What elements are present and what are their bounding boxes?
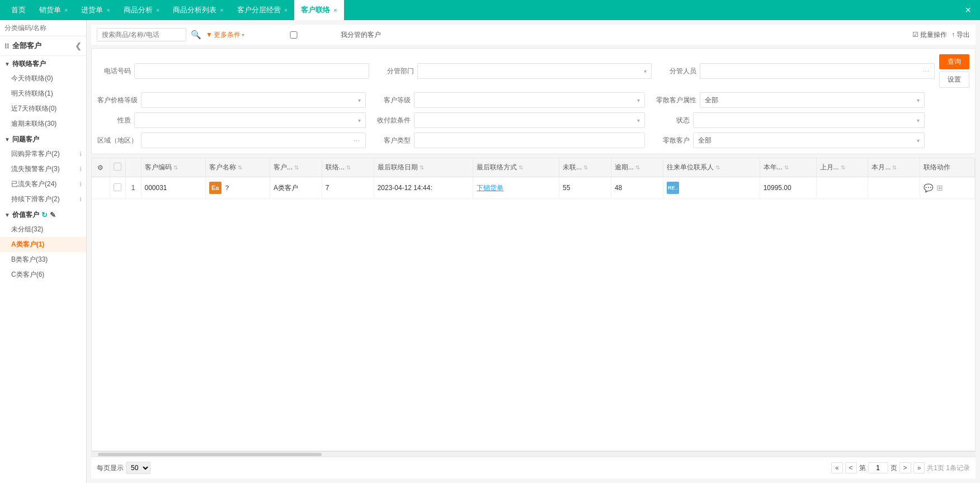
sidebar-collapse-btn[interactable]: ❮ (75, 41, 82, 50)
col-unit-contact[interactable]: 往来单位联系人 ⇅ (663, 158, 760, 177)
nav-customer-contact-label: 客户联络 (301, 5, 330, 15)
row-last-method-value[interactable]: 下销货单 (477, 184, 503, 192)
col-overdue[interactable]: 逾期... ⇅ (611, 158, 663, 177)
sort-icon-type: ⇅ (294, 164, 299, 171)
col-action: 联络动作 (920, 158, 975, 177)
sidebar-item-overdue[interactable]: 逾期未联络(30) (0, 116, 86, 131)
nature-select[interactable]: ▾ (134, 112, 366, 128)
sidebar-item-7days[interactable]: 近7天待联络(0) (0, 101, 86, 116)
more-conditions-btn[interactable]: ▼ 更多条件 ▾ (206, 30, 244, 40)
sidebar-search-input[interactable] (4, 24, 87, 32)
status-select[interactable]: ▾ (693, 112, 925, 128)
my-customers-checkbox[interactable] (249, 31, 338, 39)
prev-page-btn[interactable]: < (845, 462, 857, 473)
close-all-tabs[interactable]: × (960, 4, 976, 16)
filter-cell-dept: 分管部门 ▾ (380, 63, 652, 79)
sidebar-item-declining[interactable]: 持续下滑客户(2) ℹ (0, 192, 86, 207)
chat-icon[interactable]: 💬 (924, 183, 933, 192)
nav-home[interactable]: 首页 (4, 0, 32, 20)
phone-input[interactable] (134, 63, 369, 79)
search-input[interactable] (97, 28, 186, 41)
nav-customer-tier-close[interactable]: × (284, 7, 288, 13)
col-contact[interactable]: 联络... ⇅ (322, 158, 374, 177)
price-level-select[interactable]: ▾ (141, 92, 366, 108)
sidebar-item-repurchase-anomaly[interactable]: 回购异常客户(2) ℹ (0, 146, 86, 162)
row-checkbox[interactable] (114, 183, 121, 191)
retail-customer-select[interactable]: 全部 ▾ (693, 132, 925, 148)
retail-customer-arrow-icon: ▾ (917, 138, 920, 144)
region-select[interactable]: ··· (141, 132, 366, 148)
scrollbar-thumb[interactable] (98, 453, 322, 456)
nav-customer-contact[interactable]: 客户联络 × (294, 0, 343, 20)
col-this-month[interactable]: 本月... ⇅ (868, 158, 920, 177)
nav-sales-close[interactable]: × (64, 7, 68, 13)
sort-icon-no-contact: ⇅ (583, 164, 588, 171)
col-last-month[interactable]: 上月... ⇅ (816, 158, 868, 177)
row-unit-contact: RE . (663, 177, 760, 199)
sidebar-item-c-class[interactable]: C类客户(6) (0, 267, 86, 282)
customer-type-select[interactable] (414, 132, 646, 148)
retail-customer-value: 全部 (698, 136, 712, 145)
sidebar-item-a-class[interactable]: A类客户(1) (0, 237, 86, 252)
per-page-select[interactable]: 50 (126, 462, 150, 474)
sidebar-item-unclassified[interactable]: 未分组(32) (0, 222, 86, 237)
nav-customer-tier[interactable]: 客户分层经营 × (230, 0, 294, 20)
first-page-btn[interactable]: « (831, 462, 843, 473)
header-checkbox[interactable] (114, 163, 121, 171)
nav-product-analysis[interactable]: 商品分析 × (117, 0, 166, 20)
col-this-month-label: 本月... (871, 163, 891, 172)
sidebar-item-churned[interactable]: 已流失客户(24) ℹ (0, 177, 86, 192)
grid-action-icon[interactable]: ⊞ (936, 183, 943, 192)
nav-purchase[interactable]: 进货单 × (74, 0, 116, 20)
col-customer-type[interactable]: 客户... ⇅ (270, 158, 322, 177)
customer-level-select[interactable]: ▾ (414, 92, 646, 108)
col-settings[interactable]: ⚙ (92, 158, 110, 177)
payment-select[interactable]: ▾ (414, 112, 646, 128)
col-overdue-label: 逾期... (615, 163, 634, 172)
phone-label: 电话号码 (97, 67, 131, 76)
settings-icon[interactable]: ⚙ (97, 164, 103, 172)
retail-attr-select[interactable]: 全部 ▾ (700, 92, 925, 108)
edit-icon[interactable]: ✎ (50, 211, 56, 219)
my-customers-filter[interactable]: 我分管的客户 (249, 30, 381, 40)
filter-cell-price-level: 客户价格等级 ▾ (97, 92, 366, 108)
last-page-btn[interactable]: » (913, 462, 925, 473)
chevron-down-icon: ▾ (242, 32, 244, 38)
col-no-contact[interactable]: 未联... ⇅ (559, 158, 611, 177)
sidebar-item-churn-warning[interactable]: 流失预警客户(3) ℹ (0, 162, 86, 177)
nav-product-analysis-close[interactable]: × (156, 7, 159, 13)
customer-level-arrow-icon: ▾ (637, 97, 640, 103)
col-this-year[interactable]: 本年... ⇅ (760, 158, 816, 177)
query-button[interactable]: 查询 (939, 54, 969, 69)
person-select[interactable]: ··· (700, 63, 935, 79)
sidebar-tomorrow-label: 明天待联络(1) (11, 89, 53, 98)
horizontal-scrollbar[interactable] (91, 451, 976, 457)
sidebar-item-today[interactable]: 今天待联络(0) (0, 71, 86, 86)
sidebar-item-b-class[interactable]: B类客户(33) (0, 252, 86, 267)
dept-select[interactable]: ▾ (417, 63, 652, 79)
nav-product-list[interactable]: 商品分析列表 × (166, 0, 230, 20)
nav-product-list-label: 商品分析列表 (173, 5, 216, 15)
settings-button[interactable]: 设置 (939, 72, 969, 88)
sidebar-churn-warning-label: 流失预警客户(3) (11, 164, 60, 174)
col-last-method[interactable]: 最后联络方式 ⇅ (473, 158, 559, 177)
nav-sales[interactable]: 销货单 × (32, 0, 74, 20)
page-input[interactable] (868, 462, 888, 473)
sidebar-item-tomorrow[interactable]: 明天待联络(1) (0, 86, 86, 101)
nav-product-list-close[interactable]: × (220, 7, 223, 13)
col-code[interactable]: 客户编码 ⇅ (141, 158, 205, 177)
nav-customer-contact-close[interactable]: × (333, 7, 337, 13)
next-page-btn[interactable]: > (899, 462, 911, 473)
export-btn[interactable]: ↑ 导出 (951, 30, 970, 40)
sort-icon-unit-contact: ⇅ (715, 164, 720, 171)
row-number: 1 (125, 177, 141, 199)
filter-search-icon[interactable]: 🔍 (191, 30, 201, 40)
batch-ops-btn[interactable]: ☑ 批量操作 (912, 30, 947, 40)
col-last-date[interactable]: 最后联络日期 ⇅ (374, 158, 473, 177)
sidebar-section-pending: ▼ 待联络客户 (0, 56, 86, 71)
col-name[interactable]: 客户名称 ⇅ (205, 158, 270, 177)
refresh-icon[interactable]: ↻ (41, 211, 48, 219)
sidebar-all-customers[interactable]: ⁝⁝ 全部客户 ❮ (0, 36, 86, 56)
nav-sales-label: 销货单 (39, 5, 61, 15)
nav-purchase-close[interactable]: × (106, 7, 110, 13)
